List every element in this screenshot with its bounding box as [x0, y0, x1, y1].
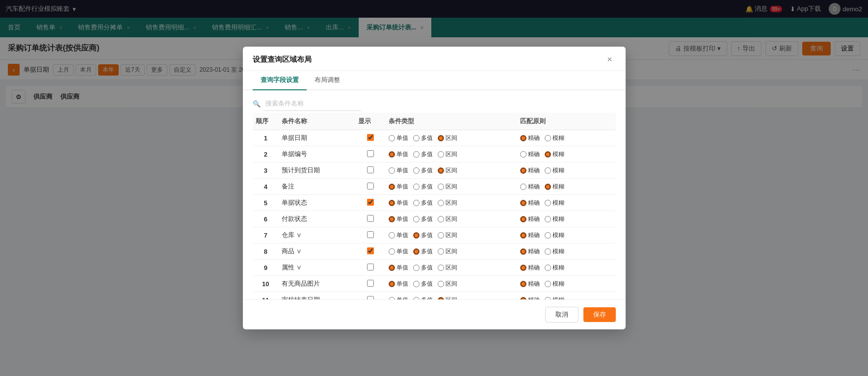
type-radio-input[interactable]: [389, 232, 395, 239]
match-radio-label[interactable]: 精确: [520, 215, 540, 223]
type-radio-label[interactable]: 单值: [389, 166, 408, 175]
match-radio-input[interactable]: [545, 281, 551, 287]
type-radio-input[interactable]: [413, 200, 420, 206]
type-radio-input[interactable]: [389, 281, 395, 287]
type-radio-input[interactable]: [438, 281, 444, 287]
match-radio-label[interactable]: 精确: [520, 296, 540, 300]
type-radio-label[interactable]: 多值: [413, 150, 433, 159]
type-radio-label[interactable]: 单值: [389, 296, 408, 300]
modal-overlay[interactable]: 设置查询区域布局 × 查询字段设置 布局调整 🔍 顺序 条件名称: [0, 0, 868, 376]
type-radio-input[interactable]: [389, 200, 395, 206]
type-radio-input[interactable]: [389, 248, 395, 255]
show-checkbox-label[interactable]: [367, 216, 374, 223]
type-radio-input[interactable]: [438, 167, 444, 174]
type-radio-label[interactable]: 多值: [413, 247, 433, 256]
show-checkbox-input[interactable]: [367, 231, 374, 238]
match-radio-input[interactable]: [545, 216, 551, 222]
type-radio-input[interactable]: [438, 184, 444, 190]
match-radio-input[interactable]: [545, 265, 551, 271]
type-radio-label[interactable]: 多值: [413, 280, 433, 288]
show-checkbox-input[interactable]: [367, 296, 374, 300]
show-checkbox-input[interactable]: [367, 215, 374, 222]
show-checkbox-input[interactable]: [367, 247, 374, 254]
match-radio-input[interactable]: [520, 265, 526, 271]
type-radio-label[interactable]: 区间: [438, 134, 457, 142]
type-radio-input[interactable]: [389, 216, 395, 222]
show-checkbox-label[interactable]: [367, 135, 374, 142]
match-radio-input[interactable]: [545, 135, 551, 141]
modal-tab-query-fields[interactable]: 查询字段设置: [253, 71, 307, 90]
match-radio-input[interactable]: [520, 184, 526, 190]
show-checkbox-label[interactable]: [367, 200, 374, 207]
type-radio-label[interactable]: 多值: [413, 231, 433, 240]
type-radio-label[interactable]: 区间: [438, 183, 457, 191]
match-radio-label[interactable]: 模糊: [545, 280, 564, 288]
type-radio-label[interactable]: 单值: [389, 215, 408, 223]
match-radio-label[interactable]: 模糊: [545, 166, 564, 175]
cancel-button[interactable]: 取消: [545, 307, 579, 322]
type-radio-label[interactable]: 区间: [438, 231, 457, 240]
type-radio-input[interactable]: [413, 248, 420, 255]
type-radio-label[interactable]: 单值: [389, 264, 408, 272]
type-radio-label[interactable]: 单值: [389, 134, 408, 142]
type-radio-label[interactable]: 区间: [438, 166, 457, 175]
match-radio-label[interactable]: 精确: [520, 247, 540, 256]
type-radio-input[interactable]: [438, 135, 444, 141]
match-radio-input[interactable]: [520, 232, 526, 239]
show-checkbox-label[interactable]: [367, 184, 374, 191]
show-checkbox-label[interactable]: [367, 151, 374, 159]
show-checkbox-input[interactable]: [367, 199, 374, 206]
type-radio-label[interactable]: 区间: [438, 215, 457, 223]
type-radio-label[interactable]: 区间: [438, 264, 457, 272]
type-radio-input[interactable]: [438, 151, 444, 158]
match-radio-label[interactable]: 模糊: [545, 247, 564, 256]
type-radio-input[interactable]: [413, 167, 420, 174]
type-radio-input[interactable]: [413, 265, 420, 271]
show-checkbox-input[interactable]: [367, 166, 374, 173]
type-radio-input[interactable]: [389, 135, 395, 141]
type-radio-input[interactable]: [438, 200, 444, 206]
match-radio-label[interactable]: 模糊: [545, 215, 564, 223]
match-radio-label[interactable]: 精确: [520, 264, 540, 272]
show-checkbox-input[interactable]: [367, 280, 374, 287]
type-radio-label[interactable]: 区间: [438, 247, 457, 256]
show-checkbox-input[interactable]: [367, 264, 374, 270]
type-radio-input[interactable]: [438, 248, 444, 255]
type-radio-label[interactable]: 单值: [389, 280, 408, 288]
type-radio-input[interactable]: [389, 184, 395, 190]
type-radio-input[interactable]: [413, 151, 420, 158]
type-radio-input[interactable]: [438, 232, 444, 239]
show-checkbox-label[interactable]: [367, 248, 374, 256]
match-radio-input[interactable]: [520, 151, 526, 158]
type-radio-label[interactable]: 单值: [389, 247, 408, 256]
type-radio-label[interactable]: 单值: [389, 231, 408, 240]
type-radio-label[interactable]: 区间: [438, 199, 457, 207]
type-radio-label[interactable]: 多值: [413, 215, 433, 223]
modal-tab-layout-adjust[interactable]: 布局调整: [307, 71, 348, 90]
type-radio-label[interactable]: 单值: [389, 183, 408, 191]
match-radio-input[interactable]: [520, 200, 526, 206]
match-radio-label[interactable]: 精确: [520, 134, 540, 142]
type-radio-input[interactable]: [389, 151, 395, 158]
match-radio-label[interactable]: 精确: [520, 231, 540, 240]
match-radio-input[interactable]: [520, 167, 526, 174]
match-radio-input[interactable]: [545, 184, 551, 190]
type-radio-input[interactable]: [389, 167, 395, 174]
type-radio-input[interactable]: [389, 265, 395, 271]
match-radio-label[interactable]: 模糊: [545, 199, 564, 207]
type-radio-input[interactable]: [413, 232, 420, 239]
type-radio-label[interactable]: 单值: [389, 199, 408, 207]
type-radio-label[interactable]: 区间: [438, 296, 457, 300]
match-radio-label[interactable]: 精确: [520, 166, 540, 175]
match-radio-label[interactable]: 精确: [520, 150, 540, 159]
match-radio-input[interactable]: [545, 248, 551, 255]
type-radio-label[interactable]: 多值: [413, 264, 433, 272]
match-radio-label[interactable]: 模糊: [545, 296, 564, 300]
modal-close-button[interactable]: ×: [604, 54, 616, 65]
save-button[interactable]: 保存: [583, 307, 616, 322]
match-radio-label[interactable]: 模糊: [545, 264, 564, 272]
match-radio-label[interactable]: 精确: [520, 183, 540, 191]
show-checkbox-input[interactable]: [367, 183, 374, 189]
match-radio-input[interactable]: [520, 281, 526, 287]
match-radio-label[interactable]: 精确: [520, 280, 540, 288]
